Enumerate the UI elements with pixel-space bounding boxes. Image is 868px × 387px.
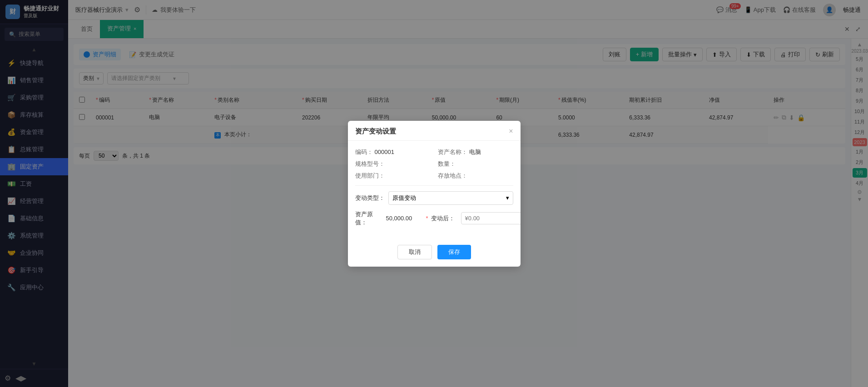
modal-spec-item: 规格型号： (355, 160, 431, 168)
modal-body: 编码： 000001 资产名称： 电脑 规格型号： 数量： 使用部门： (348, 141, 521, 239)
modal-department-item: 使用部门： (355, 172, 431, 180)
change-type-label: 变动类型： (355, 194, 385, 202)
modal-close-button[interactable]: × (509, 127, 513, 135)
save-button[interactable]: 保存 (437, 245, 471, 259)
asset-name-value: 电脑 (469, 148, 481, 156)
modal-code-item: 编码： 000001 (355, 148, 431, 156)
change-type-arrow-icon: ▾ (506, 194, 509, 201)
quantity-label: 数量： (438, 160, 456, 168)
original-value-display: 50,000.00 (386, 215, 422, 222)
modal-info-grid: 编码： 000001 资产名称： 电脑 规格型号： 数量： 使用部门： (355, 148, 513, 180)
original-value-row: 资产原值： 50,000.00 * 变动后： (355, 210, 513, 227)
modal-quantity-item: 数量： (438, 160, 513, 168)
change-type-select[interactable]: 原值变动 ▾ (388, 191, 513, 205)
after-label: 变动后： (431, 214, 458, 223)
modal-overlay: 资产变动设置 × 编码： 000001 资产名称： 电脑 规格型号： 数量： (0, 0, 868, 387)
change-type-value: 原值变动 (392, 194, 416, 202)
department-label: 使用部门： (355, 172, 385, 180)
modal-divider (355, 185, 513, 186)
cancel-button[interactable]: 取消 (397, 245, 432, 259)
original-value-label: 资产原值： (355, 210, 382, 227)
after-value-input[interactable] (461, 212, 521, 224)
modal-title: 资产变动设置 (355, 127, 396, 136)
asset-change-modal: 资产变动设置 × 编码： 000001 资产名称： 电脑 规格型号： 数量： (348, 121, 521, 267)
modal-name-item: 资产名称： 电脑 (438, 148, 513, 156)
code-value: 000001 (375, 149, 394, 155)
asset-name-label: 资产名称： (438, 148, 467, 156)
location-label: 存放地点： (438, 172, 467, 180)
modal-location-item: 存放地点： (438, 172, 513, 180)
after-required-star: * (426, 215, 428, 222)
code-label: 编码： (355, 148, 373, 156)
spec-label: 规格型号： (355, 160, 385, 168)
modal-footer: 取消 保存 (348, 239, 521, 267)
change-type-row: 变动类型： 原值变动 ▾ (355, 191, 513, 205)
after-value-wrap: * 变动后： (426, 212, 521, 224)
modal-header: 资产变动设置 × (348, 121, 521, 141)
